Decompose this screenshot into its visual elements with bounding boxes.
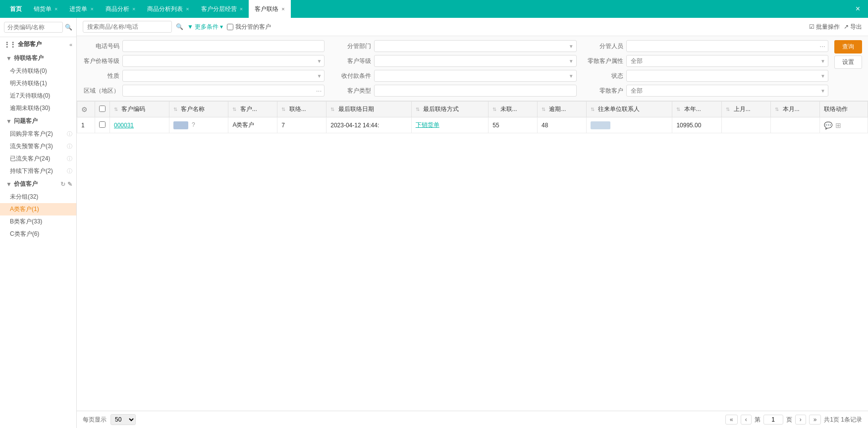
sidebar-item-7days[interactable]: 近7天待联络(0) bbox=[0, 90, 76, 102]
col-uncontacted[interactable]: ⇅ 未联... bbox=[488, 102, 538, 117]
chat-icon[interactable]: 💬 bbox=[824, 121, 832, 129]
grid-icon: ⋮⋮ bbox=[4, 41, 16, 48]
filter-phone-input[interactable] bbox=[122, 40, 325, 52]
page-suffix: 页 bbox=[786, 416, 792, 424]
row-code[interactable]: 000031 bbox=[110, 117, 169, 133]
nav-tab-purchase[interactable]: 进货单 × bbox=[63, 0, 99, 18]
nav-tab-home[interactable]: 首页 bbox=[4, 0, 28, 18]
filter-search-button[interactable]: 🔍 bbox=[176, 23, 183, 30]
nav-tab-analysis-list[interactable]: 商品分析列表 × bbox=[141, 0, 195, 18]
filter-status-input[interactable] bbox=[626, 70, 828, 82]
sort-code-icon: ⇅ bbox=[114, 107, 118, 112]
sidebar-collapse-button[interactable]: « bbox=[69, 42, 72, 48]
close-customer-contact-icon[interactable]: × bbox=[281, 6, 284, 12]
filter-payment-input[interactable] bbox=[374, 70, 576, 82]
content-area: 🔍 ▼ 更多条件 ▾ 我分管的客户 ☑ 批量操作 ↗ 导出 bbox=[77, 18, 868, 428]
col-name[interactable]: ⇅ 客户名称 bbox=[169, 102, 228, 117]
sidebar-item-warning[interactable]: 流失预警客户(3) ⓘ bbox=[0, 140, 76, 153]
filter-retail-attr-input[interactable] bbox=[626, 55, 828, 67]
col-overdue[interactable]: ⇅ 逾期... bbox=[538, 102, 587, 117]
col-last-method[interactable]: ⇅ 最后联络方式 bbox=[411, 102, 488, 117]
row-name-question: ? bbox=[192, 121, 195, 128]
filter-dept-input[interactable] bbox=[374, 40, 576, 52]
close-analysis-icon[interactable]: × bbox=[132, 6, 135, 12]
next-page-button[interactable]: › bbox=[795, 415, 806, 425]
row-num: 1 bbox=[77, 117, 95, 133]
page-input[interactable] bbox=[763, 415, 783, 425]
filter-action-buttons: 查询 设置 bbox=[834, 40, 862, 97]
sidebar-item-b-class[interactable]: B类客户(33) bbox=[0, 215, 76, 228]
sort-this-month-icon: ⇅ bbox=[775, 107, 779, 112]
col-this-month[interactable]: ⇅ 本月... bbox=[771, 102, 820, 117]
col-code[interactable]: ⇅ 客户编码 bbox=[110, 102, 169, 117]
filter-cust-type-input[interactable] bbox=[374, 85, 576, 97]
filter-nature-wrap: ▼ bbox=[122, 70, 325, 82]
sidebar-item-declining[interactable]: 持续下滑客户(2) ⓘ bbox=[0, 165, 76, 177]
filter-nature-input[interactable] bbox=[122, 70, 325, 82]
first-page-button[interactable]: « bbox=[725, 415, 738, 425]
value-customer-group[interactable]: ▼ 价值客户 ↻ ✎ bbox=[0, 177, 76, 191]
close-analysis-list-icon[interactable]: × bbox=[186, 6, 189, 12]
filter-manager-input[interactable] bbox=[626, 40, 828, 52]
filter-retail-cust-input[interactable] bbox=[626, 85, 828, 97]
table-settings-button[interactable]: ⚙ bbox=[81, 106, 88, 113]
col-contact2[interactable]: ⇅ 往来单位联系人 bbox=[587, 102, 672, 117]
nav-tab-analysis[interactable]: 商品分析 × bbox=[100, 0, 141, 18]
filter-search-input[interactable] bbox=[83, 21, 172, 33]
sidebar-item-overdue[interactable]: 逾期未联络(30) bbox=[0, 102, 76, 114]
nav-tab-sales[interactable]: 销货单 × bbox=[28, 0, 63, 18]
problem-customer-group[interactable]: ▼ 问题客户 bbox=[0, 114, 76, 128]
row-last-method-link[interactable]: 下销货单 bbox=[416, 121, 439, 128]
nav-tab-customer-layer[interactable]: 客户分层经营 × bbox=[195, 0, 249, 18]
close-customer-layer-icon[interactable]: × bbox=[240, 6, 243, 12]
all-customers-header[interactable]: ⋮⋮ 全部客户 « bbox=[0, 37, 76, 52]
col-action-label: 联络动作 bbox=[824, 106, 848, 112]
col-last-date[interactable]: ⇅ 最后联络日期 bbox=[326, 102, 412, 117]
add-group-icon[interactable]: ✎ bbox=[67, 181, 72, 188]
sidebar-item-ungroup[interactable]: 未分组(32) bbox=[0, 191, 76, 203]
sidebar-search-input[interactable] bbox=[4, 22, 63, 33]
window-close-button[interactable]: × bbox=[852, 4, 864, 13]
sidebar-item-today[interactable]: 今天待联络(0) bbox=[0, 65, 76, 77]
select-all-checkbox[interactable] bbox=[99, 106, 106, 112]
more-filters-button[interactable]: ▼ 更多条件 ▾ bbox=[187, 23, 223, 31]
query-button[interactable]: 查询 bbox=[834, 40, 862, 54]
my-customers-checkbox-label[interactable]: 我分管的客户 bbox=[227, 23, 271, 31]
filter-row-2: 客户价格等级 ▼ 客户等级 ▼ bbox=[83, 55, 828, 67]
my-customers-checkbox[interactable] bbox=[227, 24, 233, 30]
col-type[interactable]: ⇅ 客户... bbox=[228, 102, 277, 117]
export-button[interactable]: ↗ 导出 bbox=[844, 23, 862, 31]
batch-operation-button[interactable]: ☑ 批量操作 bbox=[809, 23, 840, 31]
row-contact2 bbox=[587, 117, 672, 133]
refresh-icon[interactable]: ↻ bbox=[60, 181, 65, 188]
row-last-month bbox=[722, 117, 771, 133]
sidebar-search-button[interactable]: 🔍 bbox=[65, 24, 72, 31]
filter-region-input[interactable] bbox=[122, 85, 325, 97]
filter-price-level-input[interactable] bbox=[122, 55, 325, 67]
col-contact[interactable]: ⇅ 联络... bbox=[277, 102, 326, 117]
more-filters-arrow: ▾ bbox=[220, 23, 223, 30]
filter-cust-level-input[interactable] bbox=[374, 55, 576, 67]
sidebar-item-abnormal[interactable]: 回购异常客户(2) ⓘ bbox=[0, 128, 76, 140]
per-page-select[interactable]: 50 100 200 bbox=[110, 414, 136, 425]
col-year-amount[interactable]: ⇅ 本年... bbox=[672, 102, 722, 117]
nav-tab-customer-contact[interactable]: 客户联络 × bbox=[249, 0, 290, 18]
pending-contact-group[interactable]: ▼ 待联络客户 bbox=[0, 52, 76, 65]
col-last-month[interactable]: ⇅ 上月... bbox=[722, 102, 771, 117]
sidebar-item-c-class[interactable]: C类客户(6) bbox=[0, 228, 76, 240]
close-purchase-icon[interactable]: × bbox=[90, 6, 93, 12]
filter-retail-cust-label: 零散客户 bbox=[587, 87, 626, 95]
sidebar-item-tomorrow[interactable]: 明天待联络(1) bbox=[0, 77, 76, 90]
last-page-button[interactable]: » bbox=[809, 415, 821, 425]
close-sales-icon[interactable]: × bbox=[54, 6, 57, 12]
row-code-link[interactable]: 000031 bbox=[114, 122, 134, 129]
bottom-bar: 每页显示 50 100 200 « ‹ 第 页 › » 共1页 1条记录 bbox=[77, 411, 868, 428]
prev-page-button[interactable]: ‹ bbox=[741, 415, 752, 425]
sidebar-item-lost[interactable]: 已流失客户(24) ⓘ bbox=[0, 153, 76, 165]
filter-cust-type-label: 客户类型 bbox=[334, 87, 374, 95]
col-settings: ⚙ bbox=[77, 102, 95, 117]
row-checkbox[interactable] bbox=[99, 121, 106, 128]
settings-button[interactable]: 设置 bbox=[834, 55, 862, 69]
sidebar-item-a-class[interactable]: A类客户(1) bbox=[0, 203, 76, 215]
qr-icon[interactable]: ⊞ bbox=[835, 121, 841, 129]
